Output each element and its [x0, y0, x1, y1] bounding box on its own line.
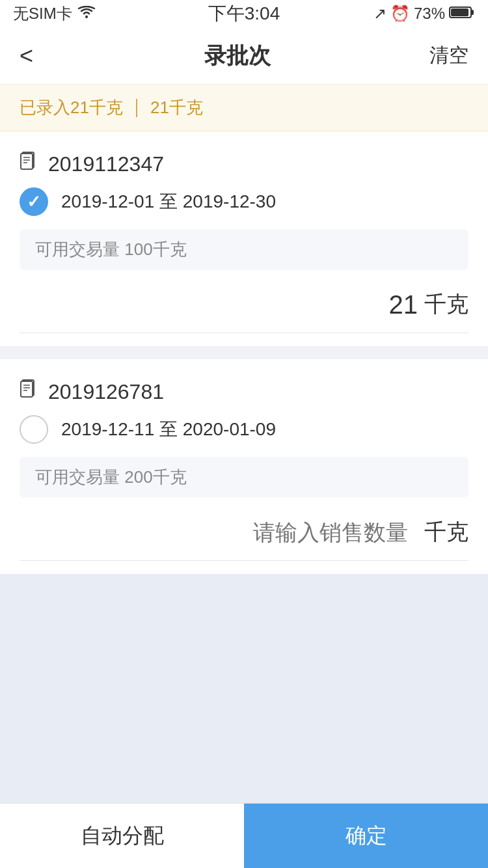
status-bar: 无SIM卡 下午3:04 ↗ ⏰ 73%: [0, 0, 488, 27]
svg-rect-5: [21, 154, 33, 169]
card-separator-1: [0, 346, 488, 359]
status-bar-right: ↗ ⏰ 73%: [373, 5, 475, 23]
page-title: 录批次: [204, 41, 271, 71]
svg-rect-10: [21, 381, 33, 397]
item-1-date-range: 2019-12-01 至 2019-12-30: [61, 189, 276, 214]
location-icon: ↗: [373, 5, 386, 23]
item-1-availability: 可用交易量 100千克: [20, 229, 468, 270]
item-2-date-range: 2019-12-11 至 2020-01-09: [61, 417, 276, 442]
svg-rect-3: [451, 8, 468, 16]
item-2-availability: 可用交易量 200千克: [20, 457, 468, 498]
auto-distribute-button[interactable]: 自动分配: [0, 804, 244, 868]
item-2-radio[interactable]: [20, 415, 48, 444]
svg-point-0: [85, 16, 88, 18]
item-2-input-row: 千克: [20, 511, 468, 561]
item-card-1: 2019112347 2019-12-01 至 2019-12-30 可用交易量…: [0, 131, 488, 346]
clear-button[interactable]: 清空: [416, 42, 468, 69]
back-button[interactable]: <: [20, 42, 59, 70]
item-1-unit: 千克: [424, 290, 468, 319]
item-1-quantity: 21: [389, 290, 418, 319]
wifi-icon: [77, 5, 96, 23]
item-1-quantity-row: 21 千克: [20, 283, 468, 333]
banner-divider: [136, 99, 137, 117]
document-icon-2: [20, 379, 40, 405]
sim-text: 无SIM卡: [13, 3, 72, 24]
svg-rect-2: [471, 10, 474, 15]
item-1-header: 2019112347: [20, 151, 468, 177]
total-amount: 21千克: [150, 96, 203, 119]
item-1-id: 2019112347: [48, 152, 164, 176]
status-bar-time: 下午3:04: [208, 1, 280, 26]
item-2-header: 2019126781: [20, 379, 468, 405]
item-2-unit: 千克: [424, 517, 468, 547]
item-card-2: 2019126781 2019-12-11 至 2020-01-09 可用交易量…: [0, 359, 488, 574]
confirm-button[interactable]: 确定: [244, 804, 488, 868]
document-icon-1: [20, 151, 40, 177]
bottom-bar: 自动分配 确定: [0, 803, 488, 868]
item-1-radio[interactable]: [20, 187, 48, 216]
item-1-row: 2019-12-01 至 2019-12-30: [20, 187, 468, 216]
item-2-id: 2019126781: [48, 380, 164, 404]
sale-quantity-input[interactable]: [20, 520, 418, 545]
content-wrapper: 已录入21千克 21千克 2019112347 2019-12-01 至 201…: [0, 85, 488, 868]
battery-percent: 73%: [414, 5, 445, 23]
recorded-amount: 已录入21千克: [20, 96, 123, 119]
status-bar-left: 无SIM卡: [13, 3, 96, 24]
alarm-icon: ⏰: [390, 5, 410, 23]
battery-icon: [449, 5, 475, 23]
nav-bar: < 录批次 清空: [0, 27, 488, 85]
item-2-row: 2019-12-11 至 2020-01-09: [20, 415, 468, 444]
info-banner: 已录入21千克 21千克: [0, 85, 488, 131]
